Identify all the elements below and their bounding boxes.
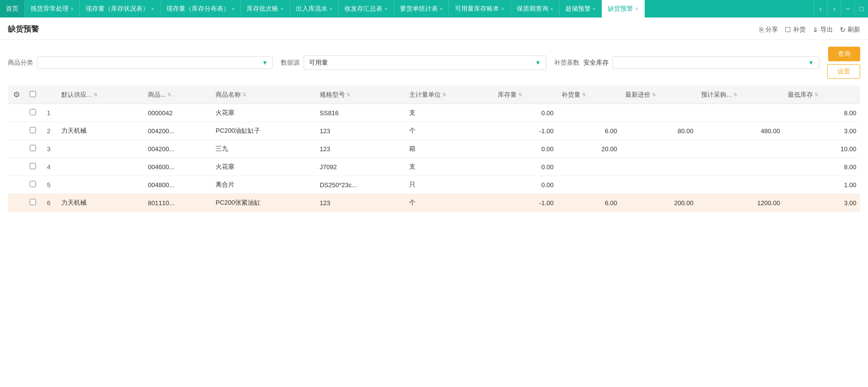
close-tab-8[interactable]: × [501, 6, 504, 12]
gear-icon[interactable]: ⚙ [12, 90, 21, 99]
tab-summary[interactable]: 收发存汇总表 × [339, 0, 394, 18]
row-supplier-3 [57, 158, 144, 176]
datasource-filter-group: 数据源 可用量 ▼ [281, 55, 546, 70]
tab-home[interactable]: 首页 [0, 0, 25, 18]
tab-minimize[interactable]: − [841, 0, 854, 18]
row-supplement-4 [558, 176, 621, 194]
row-product-name-0: 火花塞 [212, 104, 316, 122]
row-estimated-purchase-0 [697, 104, 784, 122]
row-checkbox-5[interactable] [30, 199, 36, 205]
category-select[interactable]: ▼ [37, 56, 273, 69]
table-row[interactable]: 2 力天机械 004200... PC200油缸缸子 123 个 -1.00 6… [8, 122, 860, 140]
unit-sort[interactable]: 主计量单位 ⇅ [409, 90, 490, 99]
supplement-sort[interactable]: 补货量 ⇅ [561, 90, 617, 99]
close-tab-4[interactable]: × [280, 6, 283, 12]
th-product-name: 商品名称 ⇅ [212, 86, 316, 104]
row-supplement-5: 6.00 [558, 194, 621, 212]
row-num-1: 2 [40, 122, 57, 140]
product-code-sort[interactable]: 商品... ⇅ [148, 90, 208, 99]
table-row[interactable]: 6 力天机械 801110... PC200张紧油缸 123 个 -1.00 6… [8, 194, 860, 212]
estimated-purchase-sort[interactable]: 预计采购... ⇅ [701, 90, 780, 99]
close-tab-1[interactable]: × [71, 6, 73, 12]
supplier-sort[interactable]: 默认供应... ⇅ [61, 90, 140, 99]
share-button[interactable]: ⎘ 分享 [760, 25, 778, 34]
row-supplement-3 [558, 158, 621, 176]
row-latest-price-1: 80.00 [621, 122, 698, 140]
th-estimated-purchase: 预计采购... ⇅ [697, 86, 784, 104]
close-tab-5[interactable]: × [329, 6, 332, 12]
row-supplement-2: 20.00 [558, 140, 621, 158]
spec-sort-icon: ⇅ [346, 92, 350, 97]
tab-batch[interactable]: 库存批次账 × [241, 0, 289, 18]
row-checkbox-cell [25, 104, 40, 122]
row-latest-price-0 [621, 104, 698, 122]
th-min-stock: 最低库存 ⇅ [784, 86, 860, 104]
close-tab-7[interactable]: × [440, 6, 443, 12]
tab-order-stats[interactable]: 要货单统计表 × [394, 0, 449, 18]
tab-picking[interactable]: 拣货异常处理 × [25, 0, 80, 18]
tab-available[interactable]: 可用量库存账本 × [449, 0, 510, 18]
close-tab-9[interactable]: × [550, 6, 553, 12]
page-header: 缺货预警 ⎘ 分享 ☐ 补货 ⇓ 导出 ↻ 刷新 [0, 18, 868, 40]
spec-sort[interactable]: 规格型号 ⇅ [320, 90, 401, 99]
datasource-select[interactable]: 可用量 ▼ [304, 55, 546, 70]
row-product-name-4: 离合片 [212, 176, 316, 194]
close-tab-3[interactable]: × [232, 6, 235, 12]
stock-sort[interactable]: 库存量 ⇅ [498, 90, 554, 99]
tab-maximize[interactable]: □ [854, 0, 868, 18]
latest-price-sort[interactable]: 最新进价 ⇅ [625, 90, 694, 99]
th-spec: 规格型号 ⇅ [316, 86, 405, 104]
settings-button[interactable]: 设置 [827, 64, 860, 79]
row-stock-3: 0.00 [494, 158, 558, 176]
header-actions: ⎘ 分享 ☐ 补货 ⇓ 导出 ↻ 刷新 [760, 25, 860, 34]
tab-overstock[interactable]: 超储预警 × [560, 0, 602, 18]
row-estimated-purchase-3 [697, 158, 784, 176]
row-checkbox-1[interactable] [30, 127, 36, 133]
row-product-code-4: 004800... [144, 176, 212, 194]
table-row[interactable]: 5 004800... 离合片 DS250*23c... 只 0.00 1.00 [8, 176, 860, 194]
row-checkbox-2[interactable] [30, 145, 36, 151]
row-stock-4: 0.00 [494, 176, 558, 194]
row-checkbox-4[interactable] [30, 181, 36, 187]
close-tab-2[interactable]: × [151, 6, 154, 12]
table-row[interactable]: 4 004600... 火花塞 J7092 支 0.00 8.00 [8, 158, 860, 176]
row-num-4: 5 [40, 176, 57, 194]
row-checkbox-0[interactable] [30, 109, 36, 115]
unit-sort-icon: ⇅ [442, 92, 446, 97]
close-tab-10[interactable]: × [593, 6, 596, 12]
refresh-button[interactable]: ↻ 刷新 [840, 25, 860, 34]
row-checkbox-cell [25, 158, 40, 176]
select-all-checkbox[interactable] [30, 91, 36, 97]
table-row[interactable]: 3 004200... 三九 123 箱 0.00 20.00 10.00 [8, 140, 860, 158]
export-button[interactable]: ⇓ 导出 [813, 25, 833, 34]
row-supplier-1: 力天机械 [57, 122, 144, 140]
tab-inventory-status[interactable]: 现存量（库存状况表） × [80, 0, 160, 18]
row-product-name-3: 火花塞 [212, 158, 316, 176]
product-name-sort[interactable]: 商品名称 ⇅ [216, 90, 312, 99]
tab-flow[interactable]: 出入库流水 × [290, 0, 339, 18]
tab-shortage[interactable]: 缺货预警 × [602, 0, 644, 18]
row-num-2: 3 [40, 140, 57, 158]
row-min-stock-2: 10.00 [784, 140, 860, 158]
supplement-button[interactable]: ☐ 补货 [785, 25, 806, 34]
datasource-select-arrow-icon: ▼ [535, 59, 541, 66]
supplement-select[interactable]: ▼ [613, 56, 819, 69]
tab-inventory-dist[interactable]: 现存量（库存分布表） × [161, 0, 241, 18]
stock-sort-icon: ⇅ [518, 92, 522, 97]
tab-expiry[interactable]: 保质期查询 × [511, 0, 560, 18]
row-min-stock-0: 8.00 [784, 104, 860, 122]
row-spec-1: 123 [316, 122, 405, 140]
th-checkbox [25, 86, 40, 104]
min-stock-sort[interactable]: 最低库存 ⇅ [788, 90, 856, 99]
row-gear-cell [8, 194, 25, 212]
tab-scroll-right[interactable]: › [827, 0, 841, 18]
query-button[interactable]: 查询 [828, 47, 860, 61]
table-row[interactable]: 1 0000042 火花塞 SS816 支 0.00 8.00 [8, 104, 860, 122]
row-checkbox-3[interactable] [30, 163, 36, 169]
close-tab-6[interactable]: × [384, 6, 387, 12]
close-tab-11[interactable]: × [635, 6, 638, 12]
tab-scroll-left[interactable]: ‹ [814, 0, 827, 18]
table-header-row: ⚙ 默认供应... ⇅ 商品... [8, 86, 860, 104]
row-stock-0: 0.00 [494, 104, 558, 122]
row-latest-price-5: 200.00 [621, 194, 698, 212]
